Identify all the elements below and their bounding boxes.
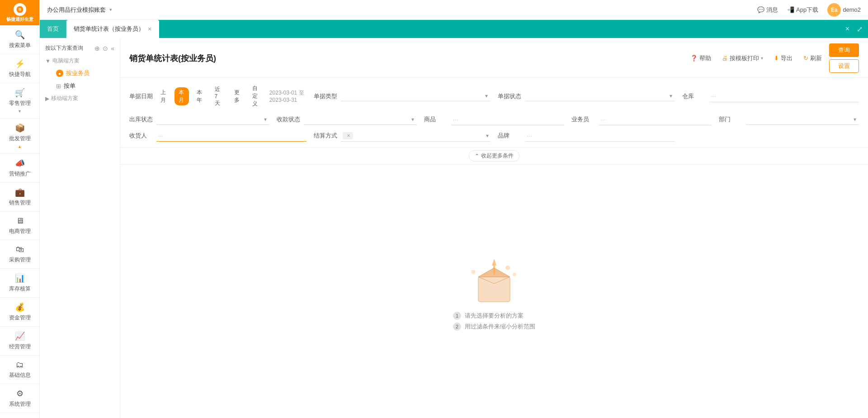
lph-icons: ⊕ ⊙ «: [94, 45, 114, 52]
left-panel-header: 按以下方案查询 ⊕ ⊙ «: [40, 42, 120, 55]
main-area: 办公用品行业模拟账套 ▾ 💬 消息 📲 App下载 Ea demo2 首页: [40, 0, 868, 418]
sidebar-item-stock[interactable]: 📊 库存核算: [0, 269, 40, 298]
section-arrow: ▶: [45, 95, 49, 102]
doc-type-select[interactable]: ▾: [341, 91, 491, 101]
tree-section-mobile[interactable]: ▶ 移动端方案: [40, 92, 120, 104]
collapse-button[interactable]: ⌃ 收起更多条件: [469, 150, 519, 162]
help-btn[interactable]: ❓ 帮助: [687, 52, 715, 64]
breadcrumb-area: 办公用品行业模拟账套 ▾: [47, 6, 112, 14]
collapse-scheme-icon[interactable]: «: [111, 45, 114, 52]
sidebar-item-finance[interactable]: 💰 资金管理: [0, 298, 40, 327]
sidebar-item-label: 零售管理: [9, 100, 31, 107]
page-title: 销货单统计表(按业务员): [129, 53, 216, 64]
query-button[interactable]: 查询: [829, 43, 859, 57]
salesperson-label: 业务员: [571, 115, 595, 124]
doc-status-chevron: ▾: [670, 93, 672, 99]
export-label: 导出: [781, 54, 793, 62]
avatar: Ea: [827, 3, 841, 17]
receipt-status-chevron: ▾: [411, 116, 414, 123]
out-status-select[interactable]: ▾: [156, 114, 269, 125]
tab-home[interactable]: 首页: [40, 20, 66, 38]
warehouse-tag-area[interactable]: ···: [709, 90, 859, 102]
filter-area: 单据日期 上月 本月 本年 近7天 更多 自定义 2023-03-01 至 20…: [120, 78, 868, 147]
date-btn-last-7[interactable]: 近7天: [211, 84, 227, 109]
consignee-tag-area[interactable]: ···: [156, 130, 307, 142]
section-arrow: ▼: [45, 58, 51, 64]
sidebar-item-wholesale[interactable]: 📦 批发管理 ▲: [0, 119, 40, 154]
goods-label: 商品: [424, 115, 448, 124]
header-actions: 💬 消息 📲 App下载 Ea demo2: [757, 3, 861, 17]
stock-icon: 📊: [15, 273, 25, 283]
filter-out-status: 出库状态 ▾: [129, 114, 269, 125]
sidebar: 畅捷通好生意 🔍 搜索菜单 ⚡ 快捷导航 🛒 零售管理 ▼ 📦 批发管理 ▲ 📣…: [0, 0, 40, 418]
brand-tag-area[interactable]: ···: [525, 130, 675, 142]
svg-rect-4: [472, 270, 475, 274]
payment-tag-close[interactable]: ×: [347, 133, 350, 139]
message-btn[interactable]: 💬 消息: [757, 6, 778, 14]
filter-goods: 商品 ···: [424, 114, 564, 125]
payment-tag-area[interactable]: × ▾: [341, 130, 491, 142]
date-btn-more[interactable]: 更多: [230, 87, 245, 105]
salesperson-tag-area[interactable]: ···: [599, 114, 712, 125]
sidebar-item-enterprise[interactable]: 🤝 企业协同: [0, 413, 40, 418]
filter-date: 单据日期 上月 本月 本年 近7天 更多 自定义 2023-03-01 至 20…: [129, 83, 307, 109]
sidebar-item-system[interactable]: ⚙ 系统管理: [0, 384, 40, 413]
filter-row-1: 单据日期 上月 本月 本年 近7天 更多 自定义 2023-03-01 至 20…: [129, 83, 859, 109]
sidebar-item-ops[interactable]: 📈 经营管理: [0, 327, 40, 356]
tab-bar: 首页 销货单统计表（按业务员） × × ⤢: [40, 20, 868, 38]
date-btn-last-month[interactable]: 上月: [156, 87, 171, 105]
sidebar-item-label: 销售管理: [9, 199, 31, 207]
dept-label: 部门: [719, 115, 742, 124]
add-scheme-icon[interactable]: ⊕: [94, 45, 100, 52]
sidebar-item-basic[interactable]: 🗂 基础信息: [0, 356, 40, 384]
goods-tag-area[interactable]: ···: [451, 114, 564, 125]
sidebar-item-purchase[interactable]: 🛍 采购管理: [0, 240, 40, 269]
tree-item-by-salesperson[interactable]: ● 按业务员: [40, 67, 120, 80]
collapse-label: 收起更多条件: [481, 152, 514, 160]
tree-section-desktop[interactable]: ▼ 电脑端方案: [40, 55, 120, 67]
tab-close-icon[interactable]: ×: [148, 25, 151, 33]
refresh-btn[interactable]: ↻ 刷新: [800, 52, 826, 64]
empty-svg: [462, 252, 526, 306]
filter-brand: 品牌 ···: [498, 130, 675, 142]
doc-status-select[interactable]: ▾: [525, 91, 675, 101]
breadcrumb-text: 办公用品行业模拟账套: [47, 6, 106, 14]
tab-sales-stat[interactable]: 销货单统计表（按业务员） ×: [66, 20, 159, 38]
tree-item-by-order[interactable]: ⊞ 按单: [40, 80, 120, 92]
sidebar-item-ecom[interactable]: 🖥 电商管理: [0, 212, 40, 240]
sidebar-item-label: 采购管理: [9, 256, 31, 264]
dept-select[interactable]: ▾: [746, 114, 859, 125]
content-area: 按以下方案查询 ⊕ ⊙ « ▼ 电脑端方案 ● 按业务员 ⊞ 按单: [40, 38, 868, 418]
warehouse-label: 仓库: [682, 92, 706, 100]
system-icon: ⚙: [16, 389, 24, 399]
sidebar-item-sales[interactable]: 💼 销售管理: [0, 183, 40, 212]
user-area[interactable]: Ea demo2: [827, 3, 861, 17]
receipt-status-select[interactable]: ▾: [304, 114, 417, 125]
date-btn-this-month[interactable]: 本月: [175, 87, 189, 105]
tab-close-all-icon[interactable]: ×: [844, 23, 851, 35]
empty-steps: 1 请先选择要分析的方案 2 用过滤条件来缩小分析范围: [453, 312, 535, 331]
sidebar-item-search[interactable]: 🔍 搜索菜单: [0, 25, 40, 54]
marketing-icon: 📣: [15, 158, 25, 168]
tab-home-label: 首页: [47, 25, 59, 33]
filter-salesperson: 业务员 ···: [571, 114, 712, 125]
sidebar-item-retail[interactable]: 🛒 零售管理 ▼: [0, 83, 40, 119]
basic-icon: 🗂: [16, 360, 24, 370]
sidebar-item-quick-nav[interactable]: ⚡ 快捷导航: [0, 54, 40, 83]
tab-expand-icon[interactable]: ⤢: [855, 23, 864, 35]
filter-doc-type: 单据类型 ▾: [314, 91, 491, 101]
download-icon: 📲: [787, 6, 794, 13]
export-btn[interactable]: ⬇ 导出: [770, 52, 796, 64]
date-btn-custom[interactable]: 自定义: [248, 83, 266, 109]
section-label: 移动端方案: [51, 95, 78, 102]
app-download-btn[interactable]: 📲 App下载: [787, 6, 818, 14]
print-chevron: ▾: [761, 56, 763, 61]
print-label: 按模板打印: [730, 54, 759, 62]
settings-scheme-icon[interactable]: ⊙: [103, 45, 108, 52]
print-btn[interactable]: 🖨 按模板打印 ▾: [718, 52, 767, 64]
settings-button[interactable]: 设置: [829, 59, 859, 73]
out-status-chevron: ▾: [264, 116, 267, 123]
sidebar-item-marketing[interactable]: 📣 营销推广: [0, 154, 40, 183]
right-content: 销货单统计表(按业务员) ❓ 帮助 🖨 按模板打印 ▾ ⬇ 导出: [120, 38, 868, 418]
date-btn-this-year[interactable]: 本年: [193, 87, 207, 105]
